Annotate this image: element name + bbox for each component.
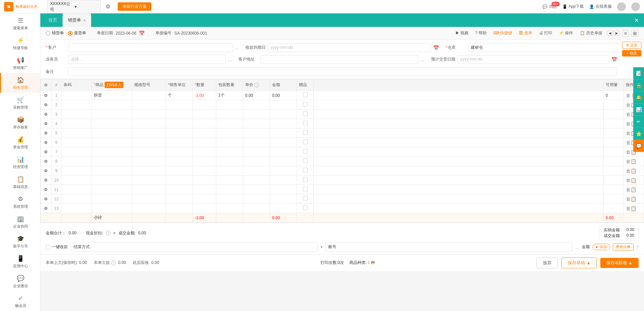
customer-addr-ellipsis[interactable]: ... xyxy=(420,57,424,62)
tab-home[interactable]: 首页 xyxy=(43,13,63,27)
tab-sales-order[interactable]: 销货单 ✕ xyxy=(63,13,91,27)
settlement-method-input[interactable]: 结算方式 xyxy=(71,242,318,251)
sidebar-item-marketing[interactable]: 📢 营销推广 xyxy=(0,53,40,73)
sidebar-item-inventory[interactable]: 📦 库存核算 xyxy=(0,113,40,132)
select-btn[interactable]: ☰ 选单 xyxy=(517,30,534,37)
delete-btn[interactable]: 🗑 xyxy=(626,178,631,183)
settings-icon-btn[interactable]: ⚙ xyxy=(104,3,112,10)
account-ellipsis[interactable]: ... xyxy=(575,244,579,250)
dropdown-icon[interactable]: ▾ xyxy=(320,245,323,249)
add-payment-btn[interactable]: ● 添加 xyxy=(593,244,610,250)
nav-prev-btn[interactable]: ◀ xyxy=(607,31,613,36)
rt-btn-7[interactable]: 💬 xyxy=(633,140,644,152)
copy-btn[interactable]: 📋 xyxy=(631,178,636,183)
copy-btn[interactable]: 📋 xyxy=(631,196,636,202)
row1-qty[interactable]: -1.00 xyxy=(193,91,216,100)
fee-split-btn[interactable]: 费用分摊 xyxy=(613,243,634,250)
warehouse-input[interactable]: 建材仓 xyxy=(468,43,633,52)
row1-amount[interactable]: 0.00 xyxy=(270,91,297,100)
payment-due-input[interactable]: yyyy-mm-dd xyxy=(268,43,431,52)
discard-button[interactable]: 放弃 xyxy=(536,258,558,268)
rt-btn-3[interactable]: 🔔 xyxy=(633,91,644,104)
sidebar-item-sales[interactable]: 🏠 销售管理 xyxy=(0,73,40,93)
logistics-btn[interactable]: + 物流 xyxy=(622,50,641,56)
tab-close-all-btn[interactable]: ✕ xyxy=(632,16,641,25)
rt-btn-2[interactable]: 🔒 xyxy=(633,79,644,91)
help-btn[interactable]: ? 帮助 xyxy=(473,30,489,37)
copy-btn[interactable]: 📋 xyxy=(631,159,636,164)
sidebar-item-app-center[interactable]: 📱 应用中心 xyxy=(0,251,40,271)
customer-ellipsis[interactable]: ... xyxy=(235,45,239,50)
calendar-icon[interactable]: 📅 xyxy=(139,31,145,36)
payment-calendar-icon[interactable]: 📅 xyxy=(433,45,439,50)
salesperson-input[interactable]: 选择... xyxy=(68,55,226,64)
copy-btn[interactable]: 📋 xyxy=(631,187,636,192)
delete-btn[interactable]: 🗑 xyxy=(626,196,631,202)
sidebar-item-search[interactable]: ☰ 搜索菜单 xyxy=(0,13,40,33)
app-download-btn[interactable]: 📱 App下载 xyxy=(562,4,584,9)
r-settings[interactable]: ⚙ xyxy=(41,110,51,119)
row1-settings[interactable]: ⚙ xyxy=(41,91,51,100)
rt-btn-6[interactable]: ⭐ xyxy=(633,128,644,140)
note-input[interactable] xyxy=(68,67,617,76)
price-info-icon[interactable]: i xyxy=(254,83,259,87)
row1-unit[interactable]: 个 xyxy=(166,91,193,100)
row1-goods[interactable]: 拆货 xyxy=(92,91,132,100)
sidebar-item-enterprise[interactable]: 🏢 企业协同 xyxy=(0,212,40,232)
delete-btn[interactable]: 🗑 xyxy=(626,140,631,145)
radio-sales[interactable]: 销货单 xyxy=(46,30,64,36)
delete-btn[interactable]: 🗑 xyxy=(626,102,631,108)
sidebar-item-purchase[interactable]: 🛒 采购管理 xyxy=(0,93,40,113)
rt-btn-4[interactable]: 📊 xyxy=(633,104,644,116)
save-new-button[interactable]: 保存&新增 ▲ xyxy=(600,258,639,268)
delete-btn[interactable]: 🗑 xyxy=(626,168,631,173)
delete-btn[interactable]: 🗑 xyxy=(626,187,631,192)
settings-right-btn[interactable]: ⚙ 设置 xyxy=(622,42,641,49)
row1-desc[interactable] xyxy=(314,91,604,100)
rt-btn-5[interactable]: ✏ xyxy=(633,116,644,128)
r-settings[interactable]: ⚙ xyxy=(41,128,51,138)
video-btn[interactable]: ▶ 视频 xyxy=(453,30,470,37)
account-input[interactable]: 账号 xyxy=(325,242,572,251)
delivery-date-input[interactable]: yyyy-mm-dd xyxy=(457,55,609,64)
rt-btn-1[interactable]: 📝 xyxy=(633,67,644,79)
user-avatar[interactable] xyxy=(617,2,626,11)
fee-help-icon[interactable]: ? xyxy=(636,244,639,249)
sidebar-item-operations[interactable]: 📊 经营管理 xyxy=(0,152,40,172)
r-settings[interactable]: ⚙ xyxy=(41,147,51,157)
message-btn[interactable]: 💬 消息 99+ xyxy=(542,4,557,9)
sidebar-item-system[interactable]: ⚙ 系统管理 xyxy=(0,192,40,212)
r-settings[interactable]: ⚙ xyxy=(41,157,51,166)
row1-price[interactable]: 0.00 xyxy=(243,91,270,100)
r-settings[interactable]: ⚙ xyxy=(41,138,51,147)
delete-btn[interactable]: 🗑 xyxy=(626,206,631,211)
r-settings[interactable]: ⚙ xyxy=(41,176,51,185)
scan-barcode-btn[interactable]: 扫码录入 xyxy=(105,82,123,88)
radio-return[interactable]: 退货单 xyxy=(68,30,86,36)
sidebar-item-vip[interactable]: ✓ 畅会员 xyxy=(0,291,40,311)
trial-button[interactable]: 体验行业方案 xyxy=(118,2,151,11)
delete-btn[interactable]: 🗑 xyxy=(626,159,631,164)
delivery-calendar-icon[interactable]: 📅 xyxy=(611,57,617,62)
delete-btn[interactable]: 🗑 xyxy=(626,149,631,155)
view-grid-btn[interactable]: ⊞ xyxy=(631,30,639,37)
user-avatar-2[interactable] xyxy=(631,2,640,11)
view-list-btn[interactable]: ≡ xyxy=(622,30,629,37)
copy-btn[interactable]: 📋 xyxy=(631,168,636,173)
discount-info-icon[interactable]: ? xyxy=(106,231,111,235)
r-settings[interactable]: ⚙ xyxy=(41,119,51,128)
online-support-btn[interactable]: 👤 在线客服 xyxy=(589,4,612,9)
copy-btn[interactable]: 📋 xyxy=(631,206,636,211)
customer-addr-input[interactable] xyxy=(261,55,418,64)
customer-input[interactable] xyxy=(68,43,233,52)
one-click-pay-checkbox[interactable]: 一键收款 xyxy=(46,244,68,250)
delete-btn[interactable]: 🗑 xyxy=(626,112,631,117)
cumulative-info-icon[interactable]: ? xyxy=(111,261,116,265)
r-settings[interactable]: ⚙ xyxy=(41,194,51,204)
r-settings[interactable]: ⚙ xyxy=(41,185,51,194)
salesperson-ellipsis[interactable]: ... xyxy=(228,57,232,62)
row1-pkg[interactable]: 1个 xyxy=(216,91,243,100)
history-btn[interactable]: 📋 历史单据 xyxy=(578,30,604,37)
company-selector[interactable]: XXXXXX公司 ▾ xyxy=(47,0,101,13)
row1-gift[interactable] xyxy=(297,91,314,100)
